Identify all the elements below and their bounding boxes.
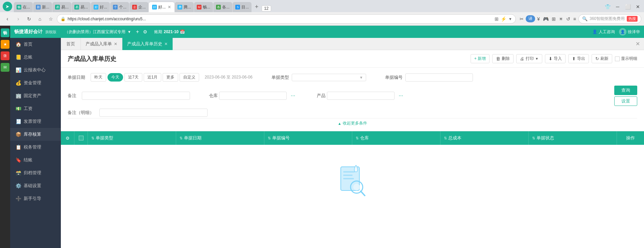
date-btn-today[interactable]: 今天 (108, 73, 123, 82)
history-icon[interactable]: ↺ (565, 15, 571, 23)
app-icon-star[interactable]: ★ (1, 40, 9, 49)
theme-icon[interactable]: ☀ (558, 15, 564, 23)
warehouse-more-icon[interactable]: ··· (288, 93, 298, 99)
breadcrumb-tab-list[interactable]: 产成品入库单 ✕ (80, 38, 122, 50)
add-button[interactable]: + 新增 (471, 54, 490, 63)
tab-12[interactable]: S 目... (233, 2, 252, 12)
date-btn-custom[interactable]: 自定义 (180, 73, 199, 82)
app-icon-weibo[interactable]: 微 (1, 51, 9, 60)
tab-6[interactable]: 个 个... (110, 2, 129, 12)
col-status[interactable]: ⇅ 单据状态 (529, 131, 617, 145)
app-icon-email[interactable]: ✉ (1, 63, 9, 72)
delete-button[interactable]: 🗑 删除 (492, 54, 514, 63)
col-number[interactable]: ⇅ 单据编号 (264, 131, 353, 145)
scissors-icon[interactable]: ✂ (519, 15, 525, 23)
date-btn-yesterday[interactable]: 昨天 (91, 73, 106, 82)
sidebar-item-invoice[interactable]: 🧾 发票管理 (10, 115, 61, 128)
note-filter-input[interactable] (82, 92, 190, 100)
query-button[interactable]: 查询 (614, 86, 637, 95)
yuan-icon[interactable]: ¥ (536, 15, 541, 23)
date-btn-7days[interactable]: 近7天 (124, 73, 142, 82)
table-gear-icon[interactable]: ⚙ (66, 136, 70, 141)
number-filter-input[interactable] (405, 73, 473, 82)
tab-9[interactable]: 腾 腾... (175, 2, 194, 12)
type-select[interactable]: ▼ (292, 74, 366, 81)
product-more-icon[interactable]: ··· (396, 93, 406, 99)
sidebar-item-inventory[interactable]: 📦 库存核算 (10, 128, 61, 141)
bookmark-button[interactable]: ☆ (46, 14, 55, 24)
back-button[interactable]: ‹ (3, 14, 12, 24)
breadcrumb-tab-history[interactable]: 产成品入库单历史 ✕ (122, 38, 173, 50)
sidebar-item-report[interactable]: 📊 云报表中心 (10, 64, 61, 76)
url-bar[interactable]: 🔒 https://cloud.chanjet.com/accounting/u… (57, 14, 516, 24)
sidebar-item-ledger[interactable]: 📒 总账 (10, 51, 61, 64)
app-icon-chanjet[interactable]: 畅 (1, 28, 9, 37)
tab-8-close[interactable]: ✕ (168, 5, 171, 9)
product-filter-input[interactable] (327, 92, 395, 100)
menu-icon[interactable]: ≡ (572, 15, 577, 23)
hot-search-badge[interactable]: 热搜 (627, 16, 638, 22)
tab-4[interactable]: 易 易... (72, 2, 91, 12)
print-dropdown-icon[interactable]: ▼ (535, 57, 539, 61)
lightning-icon[interactable]: ⚡ (501, 16, 506, 22)
calendar-icon[interactable]: 📅 (180, 29, 185, 34)
tab-8-active[interactable]: 好 好... ✕ (149, 2, 174, 12)
tab-10[interactable]: M 畅... (194, 2, 213, 12)
restore-button[interactable]: ⬜ (623, 2, 633, 12)
refresh-browser-button[interactable]: ↻ (24, 14, 34, 24)
translate-button[interactable]: 译 (526, 15, 535, 22)
sidebar-item-funds[interactable]: 💰 资金管理 (10, 76, 61, 89)
col-warehouse[interactable]: ⇅ 仓库 (352, 131, 440, 145)
select-all-checkbox[interactable] (79, 136, 84, 140)
sidebar-item-assets[interactable]: 🏢 固定资产 (10, 89, 61, 102)
apps-icon[interactable]: ⊞ (551, 15, 557, 23)
sidebar-item-payroll[interactable]: 💵 工资 (10, 102, 61, 115)
sidebar-item-checkout[interactable]: 🔖 结账 (10, 154, 61, 166)
col-cost[interactable]: ⇅ 总成本 (440, 131, 529, 145)
close-window-button[interactable]: ✕ (633, 2, 643, 12)
export-button[interactable]: ⬆ 导出 (568, 54, 589, 63)
shirt-icon[interactable]: 👕 (603, 2, 612, 12)
sidebar-item-tax[interactable]: 📋 税务管理 (10, 141, 61, 154)
col-date[interactable]: ⇅ 单据日期 (176, 131, 264, 145)
tab-1[interactable]: 畅 在... (14, 2, 33, 12)
sidebar-item-settings[interactable]: ⚙️ 基础设置 (10, 179, 61, 192)
forward-button[interactable]: › (14, 14, 23, 24)
col-type[interactable]: ⇅ 单据类型 (88, 131, 176, 145)
date-btn-1month[interactable]: 近1月 (144, 73, 162, 82)
search-box-360[interactable]: 🔍 360智能抠图免费用 热搜 (578, 14, 641, 24)
sidebar-item-home[interactable]: 🏠 首页 (10, 38, 61, 51)
tab-3[interactable]: 易 易... (52, 2, 71, 12)
show-cols-checkbox[interactable] (615, 57, 620, 61)
page-close-x[interactable]: ✕ (631, 41, 644, 47)
tab-add-button[interactable]: + (252, 2, 261, 12)
home-browser-button[interactable]: ⌂ (35, 14, 45, 24)
note-detail-filter-input[interactable] (99, 109, 208, 117)
settings-gear-icon[interactable]: ⚙ (143, 29, 147, 35)
dropdown-arrow-icon[interactable]: ▼ (508, 17, 512, 21)
add-company-button[interactable]: + (136, 29, 139, 35)
col-check[interactable] (74, 131, 88, 145)
col-gear[interactable]: ⚙ (61, 131, 74, 145)
breadcrumb-tab1-close[interactable]: ✕ (114, 42, 117, 46)
tab-2[interactable]: 新 新... (33, 2, 52, 12)
warehouse-filter-input[interactable] (219, 92, 287, 100)
import-button[interactable]: ⬇ 导入 (545, 54, 566, 63)
tab-7[interactable]: 企 企... (129, 2, 148, 12)
grid-icon[interactable]: ⊞ (495, 16, 499, 22)
user-service-button[interactable]: 👤 人工咨询 (592, 29, 615, 35)
tab-11[interactable]: 各 各... (213, 2, 232, 12)
sidebar-item-archive[interactable]: 🗃️ 归档管理 (10, 166, 61, 179)
game-icon[interactable]: 🎮 (542, 15, 550, 23)
collapse-filters-button[interactable]: ▲ 收起更多条件 (68, 118, 637, 128)
user-avatar[interactable]: 👤 徐泽华 (619, 28, 640, 36)
breadcrumb-home[interactable]: 首页 (61, 41, 80, 47)
print-button[interactable]: 🖨 打印 ▼ (516, 54, 542, 63)
breadcrumb-tab2-close[interactable]: ✕ (164, 42, 168, 46)
settings-query-button[interactable]: 设置 (614, 96, 637, 106)
minimize-button[interactable]: ─ (613, 2, 622, 12)
sidebar-item-more[interactable]: ➕ 新手引导 (10, 192, 61, 205)
date-btn-more[interactable]: 更多 (163, 73, 178, 82)
tab-5[interactable]: 好 好... (91, 2, 110, 12)
refresh-button[interactable]: ↻ 刷新 (592, 54, 612, 63)
